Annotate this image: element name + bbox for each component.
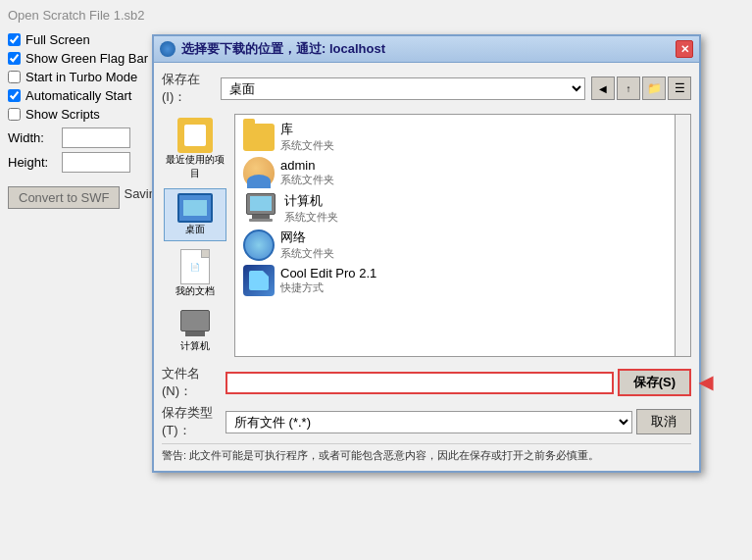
save-location-row: 保存在(I)： 桌面 ◀ ↑ 📁 ☰ xyxy=(162,71,691,106)
warning-text: 警告: 此文件可能是可执行程序，或者可能包含恶意内容，因此在保存或打开之前务必慎… xyxy=(162,443,691,463)
save-location-select[interactable]: 桌面 xyxy=(221,77,585,100)
fullscreen-checkbox[interactable] xyxy=(8,33,21,46)
person-icon-admin xyxy=(243,157,275,188)
red-arrow-save: ◀ xyxy=(699,372,713,393)
save-btn-wrapper: 保存(S) ◀ xyxy=(618,369,691,396)
turbo-label: Start in Turbo Mode xyxy=(25,70,137,84)
file-info-cooledit: Cool Edit Pro 2.1 快捷方式 xyxy=(280,266,376,295)
view-btn[interactable]: ☰ xyxy=(668,76,691,100)
computer-icon-jisuanji xyxy=(243,193,278,225)
showscripts-checkbox[interactable] xyxy=(8,108,21,121)
recent-icon xyxy=(177,118,213,153)
file-info-network: 网络 系统文件夹 xyxy=(280,229,334,261)
back-btn[interactable]: ◀ xyxy=(591,76,615,100)
dialog-titlebar: 选择要下载的位置，通过: localhost ✕ xyxy=(154,36,699,63)
dialog-title-text: 选择要下载的位置，通过: localhost xyxy=(181,40,385,58)
dialog-title: 选择要下载的位置，通过: localhost xyxy=(160,40,385,58)
width-input[interactable]: 480 xyxy=(62,127,130,148)
filename-row: 文件名(N)： 1.sb2.swf 保存(S) ◀ xyxy=(162,365,691,400)
scrollbar[interactable] xyxy=(676,114,691,357)
width-label: Width: xyxy=(8,130,62,145)
file-list-container: 库 系统文件夹 admin 系统文件夹 xyxy=(234,114,691,357)
save-location-label: 保存在(I)： xyxy=(162,71,221,106)
file-info-admin: admin 系统文件夹 xyxy=(280,158,334,187)
sidebar-recent[interactable]: 最近使用的项目 xyxy=(164,114,226,184)
sidebar-computer[interactable]: 计算机 xyxy=(164,306,226,357)
filetype-select[interactable]: 所有文件 (*.*) xyxy=(226,411,632,433)
network-icon xyxy=(243,229,275,261)
dialog-icon xyxy=(160,41,175,57)
height-input[interactable]: 360 xyxy=(62,152,130,173)
app-title: Open Scratch File 1.sb2 xyxy=(8,8,744,23)
autostart-label: Automatically Start xyxy=(25,88,131,103)
cooledit-icon xyxy=(243,265,275,296)
filename-label: 文件名(N)： xyxy=(162,365,226,400)
fullscreen-label: Full Screen xyxy=(25,32,90,47)
file-item-network[interactable]: 网络 系统文件夹 xyxy=(239,227,671,263)
save-dialog: 选择要下载的位置，通过: localhost ✕ 保存在(I)： 桌面 ◀ ↑ … xyxy=(152,34,701,473)
showscripts-label: Show Scripts xyxy=(25,107,100,122)
sidebar-desktop[interactable]: 桌面 xyxy=(164,188,226,241)
filetype-row: 保存类型(T)： 所有文件 (*.*) 取消 xyxy=(162,404,691,439)
height-label: Height: xyxy=(8,155,62,170)
folder-icon-ku xyxy=(243,124,275,151)
mydocs-icon: 📄 xyxy=(180,249,210,284)
file-info-ku: 库 系统文件夹 xyxy=(280,121,334,153)
file-list: 库 系统文件夹 admin 系统文件夹 xyxy=(234,114,676,357)
computer-icon xyxy=(177,310,213,339)
cancel-button[interactable]: 取消 xyxy=(636,409,691,434)
greenbar-label: Show Green Flag Bar xyxy=(25,51,148,66)
filename-input[interactable]: 1.sb2.swf xyxy=(226,372,614,394)
dialog-close-btn[interactable]: ✕ xyxy=(676,40,693,58)
turbo-checkbox[interactable] xyxy=(8,71,21,83)
file-item-cooledit[interactable]: Cool Edit Pro 2.1 快捷方式 xyxy=(239,263,671,298)
greenbar-checkbox[interactable] xyxy=(8,52,21,65)
desktop-icon xyxy=(177,193,213,223)
up-btn[interactable]: ↑ xyxy=(617,76,640,100)
new-folder-btn[interactable]: 📁 xyxy=(642,76,666,100)
sidebar-mydocs[interactable]: 📄 我的文档 xyxy=(164,245,226,302)
dialog-content-area: 最近使用的项目 桌面 📄 我的文档 xyxy=(162,114,691,357)
autostart-checkbox[interactable] xyxy=(8,89,21,102)
file-item-computer[interactable]: 计算机 系统文件夹 xyxy=(239,190,671,227)
file-item-admin[interactable]: admin 系统文件夹 xyxy=(239,155,671,190)
save-button[interactable]: 保存(S) xyxy=(618,369,691,396)
filetype-label: 保存类型(T)： xyxy=(162,404,226,439)
file-item-ku[interactable]: 库 系统文件夹 xyxy=(239,119,671,155)
file-info-computer: 计算机 系统文件夹 xyxy=(284,192,338,225)
convert-btn[interactable]: Convert to SWF xyxy=(8,186,120,209)
dialog-body: 保存在(I)： 桌面 ◀ ↑ 📁 ☰ 最近使用的项目 xyxy=(154,63,699,471)
dialog-sidebar: 最近使用的项目 桌面 📄 我的文档 xyxy=(162,114,228,357)
